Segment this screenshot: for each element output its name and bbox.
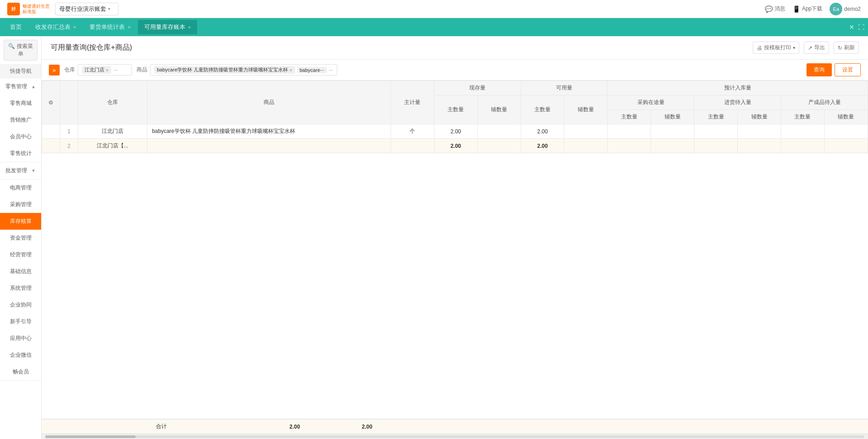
- sidebar-item-enterprise-wechat[interactable]: 企业微信: [0, 347, 41, 363]
- sidebar-item-inventory[interactable]: 库存核算: [0, 213, 41, 230]
- sidebar-item-ecommerce-label: 电商管理: [10, 184, 32, 192]
- warehouse-filter-input[interactable]: 江北门店 × ···: [78, 64, 132, 76]
- scrollbar-thumb[interactable]: [45, 435, 136, 438]
- product-tag-close[interactable]: ×: [289, 67, 292, 73]
- sidebar-item-retail-stats[interactable]: 零售统计: [0, 145, 41, 162]
- tab-inventory-close[interactable]: ×: [188, 24, 191, 30]
- export-button[interactable]: ↗ 导出: [804, 42, 829, 54]
- print-button[interactable]: 🖨 按模板打印 ▾: [753, 42, 799, 54]
- cell-warehouse: 江北门店: [78, 124, 147, 139]
- cell-product-2: [147, 139, 391, 153]
- tab-receipts[interactable]: 收发存汇总表 ×: [29, 20, 82, 34]
- cell-pp-aux-2: [824, 139, 868, 153]
- message-icon: 💬: [765, 5, 773, 13]
- nav-expand-icon[interactable]: ⛶: [858, 24, 864, 31]
- cell-pt-aux: [651, 124, 694, 139]
- sidebar-item-member[interactable]: 会员中心: [0, 128, 41, 145]
- chevron-icon: ▲: [31, 84, 36, 89]
- top-bar: 好 畅捷通好生意 标准版 母婴行业演示账套 ▾ 💬 消息 📱 App下载 Ea …: [0, 0, 868, 18]
- user-profile[interactable]: Ea demo2: [830, 3, 861, 15]
- table-row: 1 江北门店 babycare学饮杯 儿童防摔防撞吸管杯重力球吸嘴杯宝宝水杯 个…: [42, 124, 868, 139]
- download-label: App下载: [802, 5, 822, 13]
- search-menu-button[interactable]: 🔍 搜索菜单: [4, 40, 38, 61]
- cell-stock-aux: [477, 124, 521, 139]
- sidebar-item-app-center[interactable]: 应用中心: [0, 330, 41, 347]
- sidebar-item-purchase[interactable]: 采购管理: [0, 196, 41, 213]
- sidebar-search-area: 🔍 搜索菜单: [0, 36, 41, 65]
- tab-inventory[interactable]: 可用量库存账本 ×: [138, 20, 197, 34]
- warehouse-filter-label: 仓库: [64, 66, 75, 74]
- filter-bar: » 仓库 江北门店 × ··· 商品 babycare学饮杯 儿童防摔防撞吸管杯…: [42, 60, 868, 80]
- query-button[interactable]: 查询: [807, 63, 832, 76]
- cell-ip-main: [694, 124, 738, 139]
- th-main-unit: 主计量: [391, 81, 434, 124]
- sidebar-section-wholesale: 批发管理 ▼: [0, 162, 41, 179]
- cell-main-unit: 个: [391, 124, 434, 139]
- cell-avail-main-2: 2.00: [521, 139, 564, 153]
- warehouse-tag-close[interactable]: ×: [106, 67, 108, 73]
- page-header: 可用量查询(按仓库+商品) 🖨 按模板打印 ▾ ↗ 导出 ↻ 刷新: [42, 36, 868, 60]
- th-stock-main: 主数量: [434, 95, 477, 124]
- avatar: Ea: [830, 3, 842, 15]
- sidebar-item-sys-mgmt-label: 系统管理: [10, 284, 32, 292]
- sidebar-item-wholesale[interactable]: 批发管理 ▼: [0, 162, 41, 179]
- th-purchase-transit: 采购在途量: [608, 95, 694, 110]
- sidebar-item-retail-mall[interactable]: 零售商城: [0, 95, 41, 112]
- sidebar-item-operations-label: 经营管理: [10, 251, 32, 259]
- tab-order-stats[interactable]: 要货单统计表 ×: [83, 20, 137, 34]
- quick-nav-button[interactable]: 快捷导航: [0, 65, 41, 78]
- sidebar-item-vip-label: 畅会员: [13, 368, 29, 376]
- sidebar-item-operations[interactable]: 经营管理: [0, 246, 41, 263]
- org-selector[interactable]: 母婴行业演示账套 ▾: [55, 3, 118, 15]
- refresh-button[interactable]: ↻ 刷新: [834, 42, 859, 54]
- cell-ip-aux-2: [738, 139, 781, 153]
- cell-pt-main: [608, 124, 651, 139]
- cell-avail-main: 2.00: [521, 124, 564, 139]
- sidebar-item-basic-info[interactable]: 基础信息: [0, 263, 41, 280]
- sidebar-item-member-label: 会员中心: [10, 133, 32, 141]
- download-button[interactable]: 📱 App下载: [793, 5, 822, 13]
- sidebar-item-marketing[interactable]: 营销推广: [0, 112, 41, 128]
- product-tag-more-value: babycare···: [300, 67, 324, 73]
- chevron-icon-2: ▼: [31, 168, 36, 173]
- sidebar-item-vip[interactable]: 畅会员: [0, 363, 41, 380]
- warehouse-filter-group: 仓库 江北门店 × ···: [64, 64, 132, 76]
- warehouse-tag: 江北门店 ×: [82, 66, 111, 74]
- sidebar-item-sys-mgmt[interactable]: 系统管理: [0, 280, 41, 297]
- sidebar-item-finance[interactable]: 资金管理: [0, 230, 41, 246]
- th-pt-aux: 辅数量: [651, 110, 694, 124]
- th-product-pending: 产成品待入量: [781, 95, 868, 110]
- cell-ip-main-2: [694, 139, 738, 153]
- th-stock-aux: 辅数量: [477, 95, 521, 124]
- sidebar-item-retail-mgmt[interactable]: 零售管理 ▲: [0, 78, 41, 95]
- refresh-icon: ↻: [838, 45, 842, 51]
- product-filter-input[interactable]: babycare学饮杯 儿童防摔防撞吸管杯重力球吸嘴杯宝宝水杯 × babyca…: [150, 64, 337, 76]
- tab-order-stats-label: 要货单统计表: [90, 23, 125, 31]
- tab-receipts-close[interactable]: ×: [73, 24, 76, 30]
- filter-expand-button[interactable]: »: [49, 65, 60, 76]
- sidebar-item-new-guide[interactable]: 新手引导: [0, 313, 41, 330]
- nav-close-icon[interactable]: ✕: [849, 24, 854, 31]
- sidebar-item-ecommerce[interactable]: 电商管理: [0, 179, 41, 196]
- settings-button[interactable]: 设置: [835, 63, 861, 76]
- cell-config-2: [42, 139, 60, 153]
- scrollbar-track: [45, 435, 864, 438]
- th-current-stock: 现存量: [434, 81, 521, 95]
- sidebar-item-enterprise-collab[interactable]: 企业协同: [0, 297, 41, 313]
- tab-home[interactable]: 首页: [4, 20, 28, 34]
- warehouse-more-icon[interactable]: ···: [113, 67, 118, 73]
- sidebar-item-enterprise-collab-label: 企业协同: [10, 301, 32, 309]
- tab-order-stats-close[interactable]: ×: [127, 24, 130, 30]
- nav-icons-right: ✕ ⛶: [849, 24, 864, 31]
- sidebar-item-app-center-label: 应用中心: [10, 335, 32, 342]
- print-icon: 🖨: [757, 45, 762, 51]
- cell-pp-main: [781, 124, 825, 139]
- sidebar-section-ecommerce: 电商管理 采购管理 库存核算 资金管理 经营管理 基础信息 系统管理 企业协同: [0, 179, 41, 381]
- config-icon[interactable]: ⚙: [48, 99, 53, 106]
- scrollbar-area: [42, 434, 868, 439]
- content-area: 可用量查询(按仓库+商品) 🖨 按模板打印 ▾ ↗ 导出 ↻ 刷新 »: [42, 36, 868, 439]
- message-button[interactable]: 💬 消息: [765, 5, 785, 13]
- product-more-icon[interactable]: ···: [329, 67, 333, 73]
- sidebar-item-marketing-label: 营销推广: [10, 116, 32, 124]
- tab-inventory-label: 可用量库存账本: [144, 23, 185, 31]
